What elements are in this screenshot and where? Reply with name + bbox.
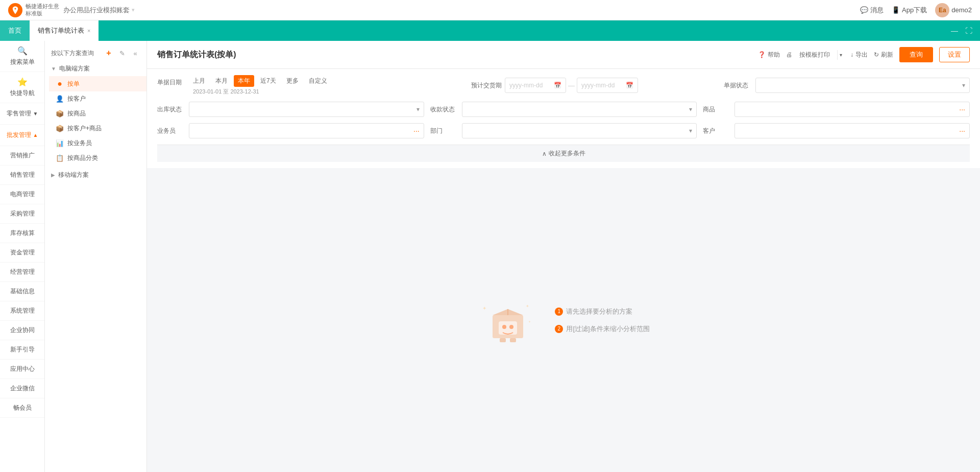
sidebar-item-cooperation[interactable]: 企业协同 [0, 321, 44, 340]
sidebar-item-retail[interactable]: 零售管理 ▼ [0, 103, 44, 125]
scheme-by-goods[interactable]: 📦 按商品 [49, 106, 146, 121]
salesman-label: 业务员 [157, 127, 186, 135]
calendar-start-icon: 📅 [554, 82, 561, 89]
sidebar-item-inventory[interactable]: 库存核算 [0, 224, 44, 243]
tab-close-icon[interactable]: × [87, 28, 90, 34]
out-status-select[interactable] [189, 102, 424, 117]
mobile-scheme-group[interactable]: ▶ 移动端方案 [45, 168, 146, 182]
sidebar-item-quick-nav[interactable]: ⭐ 快捷导航 [0, 72, 44, 103]
date-current-year[interactable]: 本年 [234, 75, 254, 87]
expected-date-end[interactable]: yyyy-mm-dd 📅 [577, 78, 638, 93]
receive-status-select[interactable] [462, 102, 697, 117]
edit-scheme-button[interactable]: ✎ [117, 48, 127, 58]
refresh-icon: ↻ [874, 51, 879, 58]
date-last-month[interactable]: 上月 [189, 75, 209, 87]
scheme-by-customer-goods[interactable]: 📦 按客户+商品 [49, 121, 146, 136]
sidebar-item-guide[interactable]: 新手引导 [0, 340, 44, 360]
scheme-by-customer[interactable]: 👤 按客户 [49, 91, 146, 106]
query-button[interactable]: 查询 [899, 47, 933, 62]
tip-num-1: 1 [555, 308, 563, 316]
expected-date-start-placeholder: yyyy-mm-dd [509, 82, 543, 89]
sidebar-item-wechat[interactable]: 企业微信 [0, 379, 44, 398]
print-dropdown-arrow-icon[interactable]: ▾ [837, 50, 844, 60]
scheme-by-salesman[interactable]: 📊 按业务员 [49, 136, 146, 151]
refresh-button[interactable]: ↻ 刷新 [874, 51, 893, 59]
collapse-more-conditions[interactable]: ∧ 收起更多条件 [157, 145, 970, 162]
left-panel-icons: + ✎ « [104, 48, 140, 58]
customer-more-icon[interactable]: ··· [959, 127, 965, 135]
breadcrumb[interactable]: 办公用品行业模拟账套 ▾ [63, 6, 135, 15]
sidebar-item-marketing[interactable]: 营销推广 [0, 146, 44, 166]
scheme-by-goods-label: 按商品 [67, 109, 86, 118]
customer-goods-icon: 📦 [55, 125, 64, 132]
sidebar-item-ecommerce[interactable]: 电商管理 [0, 185, 44, 204]
sidebar-item-purchase[interactable]: 采购管理 [0, 204, 44, 224]
date-custom[interactable]: 自定义 [305, 75, 331, 87]
scheme-by-category-label: 按商品分类 [67, 154, 98, 162]
top-bar-right: 💬 消息 📱 App下载 Ea demo2 [860, 3, 972, 17]
scheme-by-category[interactable]: 📋 按商品分类 [49, 151, 146, 166]
pc-scheme-group[interactable]: ▼ 电脑端方案 [45, 61, 146, 76]
calendar-end-icon: 📅 [626, 82, 633, 89]
doc-status-select[interactable] [755, 78, 970, 93]
date-more[interactable]: 更多 [282, 75, 303, 87]
page-actions: ❓ 帮助 🖨 按模板打印 ▾ ↓ 导出 ↻ [758, 47, 970, 62]
minimize-icon[interactable]: — [949, 26, 960, 36]
dept-select[interactable] [462, 123, 697, 138]
sidebar-item-operations[interactable]: 经营管理 [0, 263, 44, 282]
sidebar-item-retail-label: 零售管理 [7, 109, 31, 118]
app-download-button[interactable]: 📱 App下载 [892, 6, 927, 15]
category-icon: 📋 [55, 154, 64, 162]
pc-group-label: 电脑端方案 [59, 64, 90, 73]
sidebar-item-wholesale[interactable]: 批发管理 ▲ [0, 125, 44, 146]
retail-arrow-icon: ▼ [33, 111, 38, 116]
tip-text-1: 请先选择要分析的方案 [566, 305, 632, 318]
sidebar-item-quick-nav-label: 快捷导航 [10, 89, 35, 98]
message-icon: 💬 [860, 6, 868, 14]
date-last7[interactable]: 近7天 [256, 75, 280, 87]
goods-label: 商品 [703, 105, 731, 114]
settings-button[interactable]: 设置 [939, 47, 970, 62]
collapse-panel-button[interactable]: « [130, 48, 140, 58]
sidebar-item-marketing-label: 营销推广 [10, 151, 35, 160]
sidebar-item-finance-label: 资金管理 [10, 248, 35, 257]
tab-sales-order-stats[interactable]: 销售订单统计表 × [30, 20, 99, 41]
sidebar-item-search[interactable]: 🔍 搜索菜单 [0, 41, 44, 72]
radio-active-icon: ● [55, 79, 64, 88]
export-button[interactable]: ↓ 导出 [850, 51, 868, 59]
tab-home[interactable]: 首页 [0, 20, 30, 41]
sidebar-item-member[interactable]: 畅会员 [0, 398, 44, 418]
user-menu[interactable]: Ea demo2 [935, 3, 972, 17]
expected-date-label: 预计交货期 [471, 81, 502, 90]
goods-more-icon[interactable]: ··· [959, 105, 965, 113]
wholesale-arrow-icon: ▲ [33, 132, 38, 138]
sidebar-item-apps[interactable]: 应用中心 [0, 360, 44, 379]
salesman-select[interactable]: ··· [189, 123, 424, 138]
top-bar: 畅捷通好生意 标准版 办公用品行业模拟账套 ▾ 💬 消息 📱 App下载 Ea … [0, 0, 980, 20]
add-scheme-button[interactable]: + [104, 48, 114, 58]
goods-select[interactable]: ··· [734, 102, 970, 117]
help-button[interactable]: ❓ 帮助 [758, 51, 780, 59]
left-panel: 按以下方案查询 + ✎ « ▼ 电脑端方案 ● 按单 👤 [45, 41, 147, 472]
print-button[interactable]: 🖨 按模板打印 ▾ [786, 49, 844, 61]
out-status-filter: 出库状态 [157, 102, 424, 117]
sidebar-item-sales[interactable]: 销售管理 [0, 166, 44, 185]
page-title-row: 销售订单统计表(按单) ❓ 帮助 🖨 按模板打印 ▾ ↓ [157, 47, 970, 62]
scheme-by-order-label: 按单 [67, 80, 80, 88]
receive-status-filter: 收款状态 [430, 102, 697, 117]
maximize-icon[interactable]: ⛶ [964, 26, 974, 36]
sidebar-item-system[interactable]: 系统管理 [0, 301, 44, 321]
sidebar-item-basics[interactable]: 基础信息 [0, 282, 44, 301]
message-button[interactable]: 💬 消息 [860, 6, 884, 15]
sidebar-item-inventory-label: 库存核算 [10, 229, 35, 238]
date-separator: — [568, 82, 575, 89]
sidebar-item-finance[interactable]: 资金管理 [0, 243, 44, 263]
scheme-by-order[interactable]: ● 按单 [49, 76, 146, 91]
scheme-by-customer-label: 按客户 [67, 95, 86, 103]
export-icon: ↓ [850, 51, 853, 58]
salesman-more-icon[interactable]: ··· [413, 127, 420, 135]
expected-date-start[interactable]: yyyy-mm-dd 📅 [505, 78, 566, 93]
customer-select[interactable]: ··· [734, 123, 970, 138]
scheme-by-salesman-label: 按业务员 [67, 139, 92, 148]
date-this-month[interactable]: 本月 [211, 75, 232, 87]
